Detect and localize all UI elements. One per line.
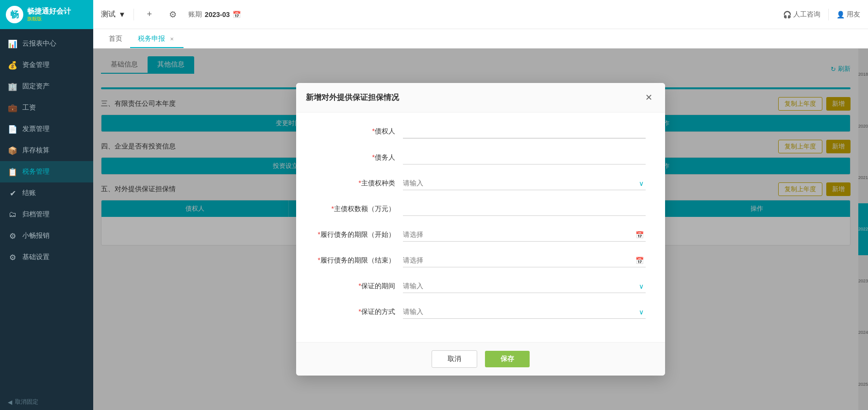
period-calendar-icon[interactable]: 📅	[233, 11, 241, 18]
form-field-claim-type: ∨	[403, 176, 646, 190]
cancel-button[interactable]: 取消	[432, 350, 477, 368]
sidebar-footer[interactable]: ◀ 取消固定	[0, 394, 93, 410]
form-label-guarantee-period: *保证的期间	[316, 282, 403, 291]
settings-button[interactable]: ⚙	[165, 7, 181, 22]
content-area: 基础信息 其他信息 ↻ 刷新 三、有限责任公司本年度	[93, 49, 868, 410]
sidebar-label-archive: 归档管理	[22, 210, 50, 219]
scroll-up-icon: ◀	[8, 399, 12, 406]
form-row-debtor: *债务人	[316, 150, 646, 164]
sidebar-item-cloud-reports[interactable]: 📊 云报表中心	[0, 33, 93, 54]
period-start-calendar-icon[interactable]: 📅	[635, 231, 644, 239]
claim-amount-input[interactable]	[403, 202, 646, 216]
sidebar-item-invoice-mgmt[interactable]: 📄 发票管理	[0, 118, 93, 140]
fund-mgmt-icon: 💰	[8, 60, 17, 70]
fixed-assets-icon: 🏢	[8, 82, 17, 91]
add-button[interactable]: +	[142, 7, 157, 22]
main-area: 测试 ▼ + ⚙ 账期 2023-03 📅 🎧 人工咨询 👤 用友	[93, 0, 868, 410]
service-icon: 🎧	[783, 11, 791, 18]
guarantee-period-input[interactable]	[403, 279, 646, 293]
period-end-calendar-icon[interactable]: 📅	[635, 257, 644, 264]
undo-fixed-label: 取消固定	[15, 398, 38, 406]
company-dropdown-icon: ▼	[118, 10, 126, 18]
guarantee-method-input[interactable]	[403, 305, 646, 319]
save-button[interactable]: 保存	[485, 351, 530, 367]
form-row-period-start: *履行债务的期限（开始） 📅	[316, 228, 646, 242]
user-button[interactable]: 👤 用友	[836, 10, 860, 19]
sidebar-nav: 📊 云报表中心 💰 资金管理 🏢 固定资产 💼 工资 📄 发票管理 📦	[0, 29, 93, 394]
modal-close-button[interactable]: ✕	[642, 91, 655, 104]
logo-icon: 畅	[6, 6, 23, 23]
form-field-period-start: 📅	[403, 228, 646, 242]
sidebar-label-inventory: 库存核算	[22, 146, 50, 155]
tab-tax-report[interactable]: 税务申报 ✕	[130, 31, 184, 48]
form-row-claim-amount: *主债权数额（万元）	[316, 202, 646, 216]
form-row-period-end: *履行债务的期限（结束） 📅	[316, 253, 646, 267]
basic-settings-icon: ⚙	[8, 252, 17, 262]
cloud-reports-icon: 📊	[8, 39, 17, 49]
period-start-input[interactable]	[403, 228, 646, 242]
sidebar-item-tax-mgmt[interactable]: 📋 税务管理	[0, 161, 93, 182]
form-label-period-end: *履行债务的期限（结束）	[316, 256, 403, 265]
form-field-claim-amount	[403, 202, 646, 216]
topbar-right: 🎧 人工咨询 👤 用友	[783, 9, 860, 20]
tab-close-icon[interactable]: ✕	[168, 35, 176, 43]
period-label: 账期	[188, 10, 202, 19]
tabbar: 首页 税务申报 ✕	[93, 29, 868, 49]
xiaopiao-icon: ⚙	[8, 231, 17, 241]
form-label-guarantee-method: *保证的方式	[316, 308, 403, 316]
sidebar-item-fixed-assets[interactable]: 🏢 固定资产	[0, 76, 93, 97]
sidebar-label-fund-mgmt: 资金管理	[22, 61, 50, 69]
sidebar-label-payroll: 工资	[22, 103, 36, 112]
form-field-guarantee-period: ∨	[403, 279, 646, 293]
topbar-divider	[134, 9, 134, 20]
company-name: 测试	[101, 10, 116, 19]
period-end-input[interactable]	[403, 253, 646, 267]
settlement-icon: ✔	[8, 188, 17, 198]
claim-type-input[interactable]	[403, 176, 646, 190]
sidebar-label-invoice: 发票管理	[22, 125, 50, 133]
modal-title: 新增对外提供保证担保情况	[306, 93, 399, 103]
sidebar-item-basic-settings[interactable]: ⚙ 基础设置	[0, 246, 93, 268]
sidebar-label-tax-mgmt: 税务管理	[22, 167, 50, 176]
form-row-guarantee-method: *保证的方式 ∨	[316, 305, 646, 319]
period-value: 2023-03	[205, 11, 230, 18]
sidebar-logo[interactable]: 畅 畅捷通好会计 旗舰版	[0, 0, 93, 29]
archive-icon: 🗂	[8, 210, 17, 219]
modal-body: *债权人 *债务人	[296, 113, 665, 342]
topbar: 测试 ▼ + ⚙ 账期 2023-03 📅 🎧 人工咨询 👤 用友	[93, 0, 868, 29]
sidebar-item-fund-mgmt[interactable]: 💰 资金管理	[0, 54, 93, 76]
form-field-creditor	[403, 124, 646, 139]
form-field-period-end: 📅	[403, 253, 646, 267]
sidebar-item-payroll[interactable]: 💼 工资	[0, 97, 93, 118]
sidebar-item-xiaopiao[interactable]: ⚙ 小畅报销	[0, 225, 93, 246]
form-row-claim-type: *主债权种类 ∨	[316, 176, 646, 190]
invoice-icon: 📄	[8, 124, 17, 134]
user-label: 用友	[847, 10, 860, 19]
form-field-guarantee-method: ∨	[403, 305, 646, 319]
service-label: 人工咨询	[793, 10, 820, 19]
company-selector[interactable]: 测试 ▼	[101, 10, 126, 19]
logo-badge: 旗舰版	[27, 16, 71, 22]
sidebar-label-xiaopiao: 小畅报销	[22, 231, 50, 240]
creditor-input[interactable]	[403, 124, 646, 138]
form-label-creditor: *债权人	[316, 127, 403, 136]
sidebar-label-cloud-reports: 云报表中心	[22, 39, 56, 48]
form-label-claim-amount: *主债权数额（万元）	[316, 205, 403, 213]
sidebar-label-basic-settings: 基础设置	[22, 253, 50, 262]
sidebar-item-settlement[interactable]: ✔ 结账	[0, 182, 93, 204]
service-button[interactable]: 🎧 人工咨询	[783, 10, 820, 19]
user-icon: 👤	[836, 11, 845, 18]
sidebar-item-archive[interactable]: 🗂 归档管理	[0, 204, 93, 225]
tab-tax-report-label: 税务申报	[138, 34, 165, 43]
logo-text: 畅捷通好会计	[27, 7, 71, 16]
sidebar-item-inventory[interactable]: 📦 库存核算	[0, 140, 93, 161]
debtor-input[interactable]	[403, 150, 646, 164]
sidebar-label-settlement: 结账	[22, 189, 36, 197]
modal-footer: 取消 保存	[296, 342, 665, 376]
tab-home-label: 首页	[109, 34, 122, 43]
tax-mgmt-icon: 📋	[8, 167, 17, 177]
form-label-debtor: *债务人	[316, 153, 403, 162]
payroll-icon: 💼	[8, 103, 17, 113]
sidebar-label-fixed-assets: 固定资产	[22, 82, 50, 91]
tab-home[interactable]: 首页	[101, 31, 130, 48]
